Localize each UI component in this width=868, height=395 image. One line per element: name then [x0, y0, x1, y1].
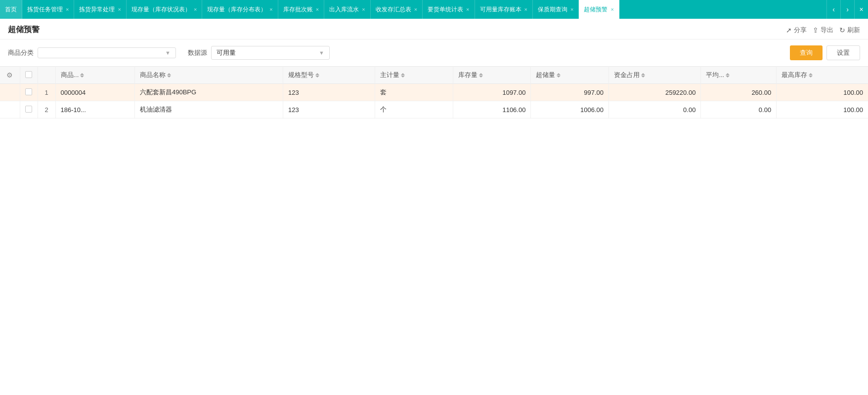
- avg-header[interactable]: 平均...: [701, 67, 777, 84]
- product-code-header[interactable]: 商品...: [55, 67, 135, 84]
- nav-next-button[interactable]: ›: [840, 0, 854, 19]
- row-product-name: 机油滤清器: [135, 101, 283, 118]
- row-stock: 1097.00: [453, 84, 531, 101]
- table-row: 1 0000004 六配套新昌490BPG 123 套 1097.00 997.…: [0, 84, 868, 101]
- row-product-code: 0000004: [55, 84, 135, 101]
- filter-row: 商品分类 ▼ 数据源 可用量 ▼ 查询 设置: [0, 40, 868, 66]
- row-spec: 123: [283, 101, 375, 118]
- row-num: 1: [38, 84, 55, 101]
- close-icon[interactable]: ×: [524, 6, 527, 12]
- row-product-code: 186-10...: [55, 101, 135, 118]
- close-icon[interactable]: ×: [194, 6, 197, 12]
- category-label: 商品分类: [8, 48, 34, 57]
- row-gear-cell: [0, 101, 20, 118]
- select-all-checkbox[interactable]: [25, 71, 32, 78]
- nav-item-1[interactable]: 拣货任务管理 ×: [22, 0, 74, 19]
- nav-item-9[interactable]: 可用量库存账本 ×: [475, 0, 533, 19]
- sort-icon: [315, 73, 319, 78]
- page-header: 超储预警 ➚ 分享 ⇪ 导出 ↻ 刷新: [0, 19, 868, 40]
- chevron-down-icon: ▼: [319, 50, 324, 56]
- nav-item-10[interactable]: 保质期查询 ×: [533, 0, 579, 19]
- checkbox-header[interactable]: [20, 67, 38, 84]
- close-icon[interactable]: ×: [570, 6, 573, 12]
- unit-header[interactable]: 主计量: [375, 67, 453, 84]
- over-header[interactable]: 超储量: [531, 67, 609, 84]
- row-checkbox[interactable]: [25, 106, 32, 113]
- row-capital: 259220.00: [608, 84, 700, 101]
- datasource-label: 数据源: [188, 48, 207, 57]
- nav-item-5[interactable]: 库存批次账 ×: [278, 0, 324, 19]
- gear-icon[interactable]: ⚙: [5, 71, 15, 79]
- chevron-down-icon: ▼: [165, 50, 171, 56]
- nav-bar: 首页 拣货任务管理 × 拣货异常处理 × 现存量（库存状况表） × 现存量（库存…: [0, 0, 868, 19]
- row-max: 100.00: [777, 101, 868, 118]
- refresh-button[interactable]: ↻ 刷新: [839, 26, 860, 35]
- close-icon[interactable]: ×: [414, 6, 417, 12]
- sort-icon: [479, 73, 483, 78]
- nav-prev-button[interactable]: ‹: [826, 0, 840, 19]
- sort-icon: [641, 73, 645, 78]
- max-header[interactable]: 最高库存: [777, 67, 868, 84]
- row-spec: 123: [283, 84, 375, 101]
- query-button[interactable]: 查询: [790, 45, 823, 60]
- data-table: ⚙ 商品...: [0, 66, 868, 118]
- export-button[interactable]: ⇪ 导出: [813, 26, 833, 35]
- sort-icon: [726, 73, 730, 78]
- row-num: 2: [38, 101, 55, 118]
- datasource-select[interactable]: 可用量 ▼: [211, 46, 330, 60]
- gear-header: ⚙: [0, 67, 20, 84]
- close-icon[interactable]: ×: [118, 6, 121, 12]
- close-icon[interactable]: ×: [269, 6, 272, 12]
- nav-item-8[interactable]: 要货单统计表 ×: [423, 0, 475, 19]
- nav-item-active[interactable]: 超储预警 ×: [579, 0, 619, 19]
- share-icon: ➚: [786, 26, 792, 34]
- table-row: 2 186-10... 机油滤清器 123 个 1106.00 1006.00 …: [0, 101, 868, 118]
- category-filter: 商品分类 ▼: [8, 47, 176, 58]
- refresh-icon: ↻: [839, 26, 845, 34]
- sort-icon: [80, 73, 84, 78]
- row-stock: 1106.00: [453, 101, 531, 118]
- page-content: 超储预警 ➚ 分享 ⇪ 导出 ↻ 刷新 商品分类 ▼ 数据源: [0, 19, 868, 395]
- nav-item-3[interactable]: 现存量（库存状况表） ×: [127, 0, 202, 19]
- close-icon[interactable]: ×: [466, 6, 469, 12]
- row-avg: 260.00: [701, 84, 777, 101]
- sort-icon: [401, 73, 405, 78]
- row-over: 997.00: [531, 84, 609, 101]
- export-icon: ⇪: [813, 26, 819, 34]
- datasource-filter: 数据源 可用量 ▼: [188, 46, 330, 60]
- nav-item-home[interactable]: 首页: [0, 0, 22, 19]
- spec-header[interactable]: 规格型号: [283, 67, 375, 84]
- nav-item-4[interactable]: 现存量（库存分布表） ×: [202, 0, 278, 19]
- nav-arrows: ‹ › ×: [826, 0, 868, 19]
- nav-close-button[interactable]: ×: [854, 0, 868, 19]
- nav-item-7[interactable]: 收发存汇总表 ×: [371, 0, 423, 19]
- row-unit: 套: [375, 84, 453, 101]
- category-select[interactable]: ▼: [38, 47, 176, 58]
- row-checkbox[interactable]: [25, 88, 32, 95]
- row-product-name: 六配套新昌490BPG: [135, 84, 283, 101]
- table-header-row: ⚙ 商品...: [0, 67, 868, 84]
- row-checkbox-cell[interactable]: [20, 84, 38, 101]
- share-button[interactable]: ➚ 分享: [786, 26, 807, 35]
- close-icon[interactable]: ×: [362, 6, 365, 12]
- num-header: [38, 67, 55, 84]
- capital-header[interactable]: 资金占用: [608, 67, 700, 84]
- row-max: 100.00: [777, 84, 868, 101]
- page-title: 超储预警: [8, 25, 40, 35]
- product-name-header[interactable]: 商品名称: [135, 67, 283, 84]
- setting-button[interactable]: 设置: [826, 45, 860, 60]
- nav-item-6[interactable]: 出入库流水 ×: [324, 0, 370, 19]
- stock-header[interactable]: 库存量: [453, 67, 531, 84]
- table-container: ⚙ 商品...: [0, 66, 868, 118]
- row-checkbox-cell[interactable]: [20, 101, 38, 118]
- row-unit: 个: [375, 101, 453, 118]
- row-capital: 0.00: [608, 101, 700, 118]
- filter-actions: 查询 设置: [790, 45, 860, 60]
- header-actions: ➚ 分享 ⇪ 导出 ↻ 刷新: [786, 26, 860, 35]
- nav-item-2[interactable]: 拣货异常处理 ×: [74, 0, 126, 19]
- row-over: 1006.00: [531, 101, 609, 118]
- sort-icon: [809, 73, 813, 78]
- close-icon[interactable]: ×: [316, 6, 319, 12]
- close-icon[interactable]: ×: [610, 6, 613, 12]
- close-icon[interactable]: ×: [66, 6, 69, 12]
